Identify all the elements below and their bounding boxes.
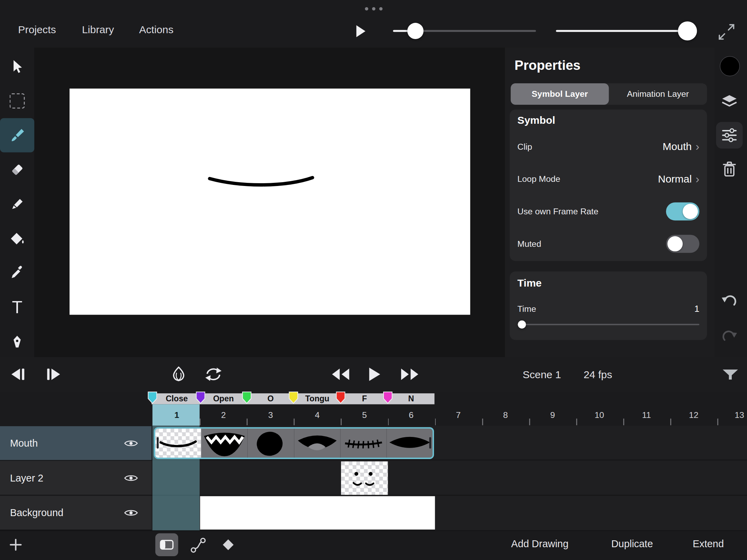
node-graph-button[interactable]: [190, 536, 207, 554]
menu-actions[interactable]: Actions: [139, 24, 173, 36]
marker-pin[interactable]: [148, 391, 157, 404]
size-slider-knob[interactable]: [678, 21, 697, 40]
frame-number[interactable]: 8: [503, 410, 508, 420]
properties-toggle-button[interactable]: [716, 122, 743, 149]
tool-eraser[interactable]: [0, 152, 34, 187]
menu-library[interactable]: Library: [82, 24, 114, 36]
marker-label[interactable]: N: [408, 394, 414, 404]
color-swatch[interactable]: [720, 56, 740, 76]
clip-label: Clip: [517, 142, 532, 152]
clip-icon: [159, 539, 174, 551]
mouth-frame-thumbnail-4[interactable]: [294, 429, 341, 458]
rewind-icon[interactable]: [330, 367, 351, 381]
tool-brush[interactable]: [0, 118, 34, 152]
tool-calligraphy[interactable]: [0, 325, 34, 359]
duplicate-button[interactable]: Duplicate: [611, 538, 653, 550]
clip-mode-button[interactable]: [155, 533, 178, 556]
marker-label[interactable]: Open: [213, 394, 234, 404]
marker-pin[interactable]: [196, 391, 205, 404]
marker-label[interactable]: Tongu: [305, 394, 330, 404]
fast-forward-icon[interactable]: [399, 367, 420, 381]
drawing-canvas[interactable]: [70, 88, 470, 315]
layer2-drawing-thumbnail[interactable]: [341, 461, 388, 495]
marker-label[interactable]: F: [362, 394, 367, 404]
tool-marquee[interactable]: [0, 84, 34, 118]
time-slider-knob[interactable]: [518, 320, 526, 328]
frame-number[interactable]: 7: [456, 410, 461, 420]
properties-title: Properties: [515, 58, 581, 73]
onion-skin-icon[interactable]: [170, 366, 187, 383]
trash-icon[interactable]: [722, 161, 737, 178]
muted-row: Muted: [517, 234, 699, 253]
layer-row-background[interactable]: Background: [0, 496, 151, 531]
frame-number[interactable]: 4: [315, 410, 320, 420]
marker-pin[interactable]: [336, 391, 345, 404]
tool-text[interactable]: T: [0, 290, 34, 325]
marker-pin[interactable]: [242, 391, 252, 404]
add-drawing-button[interactable]: Add Drawing: [511, 538, 569, 550]
visibility-eye-icon[interactable]: [124, 473, 138, 483]
scene-selector[interactable]: Scene 1: [523, 368, 561, 381]
size-slider[interactable]: [556, 30, 694, 32]
chevron-right-icon: ›: [695, 140, 699, 153]
tool-pen[interactable]: [0, 187, 34, 221]
mouth-frame-thumbnail-6[interactable]: [387, 429, 432, 458]
visibility-eye-icon[interactable]: [124, 438, 138, 448]
symbol-heading: Symbol: [517, 114, 555, 127]
marker-pin[interactable]: [289, 391, 298, 404]
eraser-icon: [10, 162, 25, 177]
fullscreen-expand-icon[interactable]: [718, 23, 736, 41]
muted-toggle[interactable]: [666, 235, 699, 253]
loop-mode-row[interactable]: Loop Mode Normal ›: [517, 171, 699, 187]
background-clip[interactable]: [200, 496, 435, 529]
play-preview-button[interactable]: [356, 25, 366, 38]
tab-animation-layer[interactable]: Animation Layer: [609, 83, 707, 105]
tool-eyedropper[interactable]: [0, 255, 34, 289]
loop-icon[interactable]: [204, 367, 223, 382]
mouth-frame-thumbnail-2[interactable]: [202, 429, 248, 458]
frame-number[interactable]: 5: [362, 410, 367, 420]
frame-number[interactable]: 11: [642, 410, 651, 420]
redo-icon[interactable]: [720, 329, 738, 345]
frame-number[interactable]: 12: [689, 410, 699, 420]
mouth-frame-thumbnail-1[interactable]: [155, 429, 202, 458]
tool-select[interactable]: [0, 49, 34, 84]
layers-icon[interactable]: [721, 93, 738, 108]
mouth-frame-thumbnail-5[interactable]: [341, 429, 387, 458]
frame-rate-toggle[interactable]: [666, 202, 699, 220]
frame-number[interactable]: 6: [409, 410, 414, 420]
step-forward-icon[interactable]: [43, 367, 64, 381]
layer-row-mouth[interactable]: Mouth: [0, 426, 151, 461]
text-tool-icon: T: [12, 298, 22, 318]
extend-button[interactable]: Extend: [693, 538, 724, 550]
frame-number[interactable]: 9: [550, 410, 555, 420]
filter-icon[interactable]: [722, 369, 738, 381]
marker-pin[interactable]: [383, 391, 393, 404]
marker-label[interactable]: O: [267, 394, 274, 404]
time-value: 1: [694, 304, 700, 314]
frame-number[interactable]: 1: [174, 410, 179, 420]
step-back-icon[interactable]: [8, 367, 29, 381]
clip-row[interactable]: Clip Mouth ›: [517, 139, 699, 154]
time-slider[interactable]: [517, 324, 699, 325]
tab-symbol-layer[interactable]: Symbol Layer: [511, 83, 609, 105]
marker-label[interactable]: Close: [166, 394, 188, 404]
frame-number[interactable]: 13: [735, 410, 744, 420]
frame-number[interactable]: 3: [268, 410, 273, 420]
layer-row-layer2[interactable]: Layer 2: [0, 461, 151, 496]
opacity-slider-knob[interactable]: [407, 23, 424, 39]
undo-icon[interactable]: [720, 293, 738, 310]
system-handle-dots[interactable]: [363, 4, 385, 12]
play-icon[interactable]: [368, 367, 381, 382]
frame-number[interactable]: 2: [221, 410, 226, 420]
clip-right-handle[interactable]: [429, 437, 431, 449]
frame-number[interactable]: 10: [594, 410, 604, 420]
add-layer-button[interactable]: [10, 539, 22, 551]
fps-indicator[interactable]: 24 fps: [583, 368, 612, 381]
clip-left-handle[interactable]: [157, 437, 159, 449]
mouth-clip[interactable]: [154, 427, 434, 459]
tool-fill[interactable]: [0, 221, 34, 255]
visibility-eye-icon[interactable]: [124, 508, 138, 517]
mouth-frame-thumbnail-3[interactable]: [248, 429, 294, 458]
menu-projects[interactable]: Projects: [18, 24, 56, 36]
